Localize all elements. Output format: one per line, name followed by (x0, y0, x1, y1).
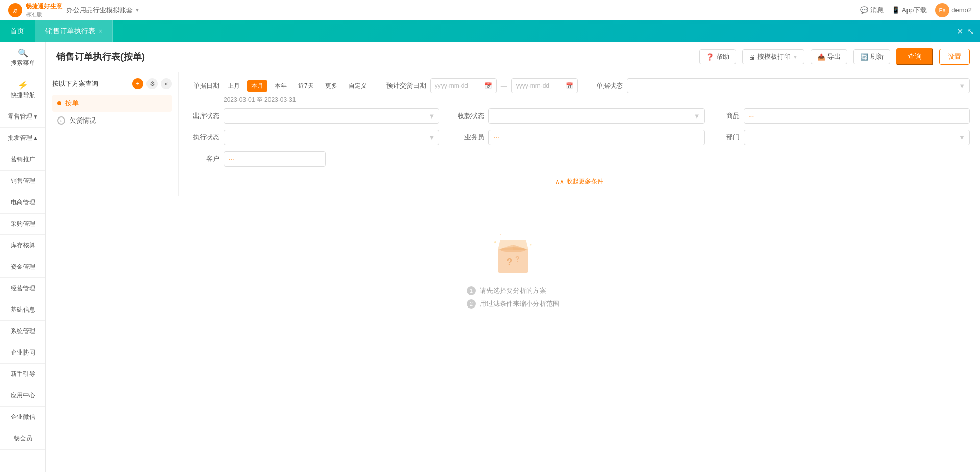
doc-status-select[interactable]: ▼ (627, 78, 970, 93)
tab-spacer (113, 20, 950, 42)
page-inner: 销售订单执行表(按单) ❓ 帮助 🖨 按模板打印 ▼ 📤 导出 (46, 42, 980, 472)
message-button[interactable]: 💬 消息 (860, 6, 884, 15)
date-separator: — (501, 82, 507, 90)
app-download-button[interactable]: 📱 App下载 (892, 6, 927, 15)
receipt-status-col: 收款状态 ▼ (454, 108, 704, 124)
date-tab-7days[interactable]: 近7天 (294, 80, 318, 92)
window-maximize-icon[interactable]: ⤡ (967, 27, 974, 36)
sidebar-item-apps[interactable]: 应用中心 (0, 385, 45, 407)
filter-row-4: 客户 ··· (189, 151, 970, 167)
dept-col: 部门 ▼ (719, 130, 970, 145)
breadcrumb[interactable]: 办公用品行业模拟账套 ▼ (66, 6, 140, 15)
delivery-status-select[interactable]: ▼ (224, 108, 439, 124)
tab-close-icon[interactable]: × (99, 28, 102, 35)
svg-point-11 (500, 234, 501, 235)
logo-area: 好 畅捷通好生意 标准版 (8, 2, 62, 18)
tip-num-2: 2 (467, 299, 476, 309)
exec-status-label: 执行状态 (189, 133, 219, 142)
collapse-up-icon: ∧∧ (555, 178, 565, 185)
avatar-image: Ea (935, 3, 949, 17)
retail-arrow-icon: ▼ (33, 114, 38, 120)
filter-area: 按以下方案查询 + ⚙ « 按单 ○ 欠货情况 (46, 72, 980, 196)
sidebar-item-system[interactable]: 系统管理 (0, 321, 45, 342)
svg-point-9 (494, 241, 496, 243)
sidebar-item-weixin[interactable]: 企业微信 (0, 407, 45, 428)
goods-select[interactable]: ··· (744, 108, 970, 124)
add-scheme-button[interactable]: + (132, 78, 143, 89)
expected-date-start[interactable]: yyyy-mm-dd 📅 (430, 78, 497, 93)
scheme-item-shortage[interactable]: ○ 欠货情况 (52, 112, 172, 129)
sidebar-item-finance[interactable]: 资金管理 (0, 256, 45, 278)
doc-status-arrow-icon: ▼ (959, 82, 965, 90)
expected-date-end[interactable]: yyyy-mm-dd 📅 (511, 78, 578, 93)
sidebar-item-operations[interactable]: 经营管理 (0, 278, 45, 299)
date-range-hint: 2023-03-01 至 2023-03-31 (189, 96, 970, 104)
sidebar-item-sales[interactable]: 销售管理 (0, 171, 45, 192)
user-avatar[interactable]: Ea demo2 (935, 3, 972, 17)
help-button[interactable]: ❓ 帮助 (699, 49, 736, 64)
sidebar-item-quicknav[interactable]: ⚡ 快捷导航 (0, 74, 45, 106)
delivery-status-arrow-icon: ▼ (428, 112, 435, 120)
svg-point-6 (500, 247, 526, 252)
sidebar-item-retail[interactable]: 零售管理 ▼ (0, 106, 45, 128)
scheme-settings-button[interactable]: ⚙ (146, 78, 158, 89)
scheme-item-by-order[interactable]: 按单 (52, 95, 172, 112)
empty-state: ? ? 1 请先选择要分析的方案 2 用过滤条件来缩 (46, 196, 980, 339)
collapse-panel-button[interactable]: « (161, 78, 172, 89)
wholesale-arrow-icon: ▲ (33, 135, 38, 141)
sidebar-item-newbie[interactable]: 新手引导 (0, 364, 45, 385)
svg-text:?: ? (515, 255, 520, 263)
exec-status-arrow-icon: ▼ (428, 134, 435, 141)
sidebar-item-inventory[interactable]: 库存核算 (0, 235, 45, 256)
sidebar-item-search[interactable]: 🔍 搜索菜单 (0, 42, 45, 74)
expected-delivery-label: 预计交货日期 (385, 81, 426, 90)
print-button[interactable]: 🖨 按模板打印 ▼ (742, 49, 804, 64)
receipt-status-label: 收款状态 (454, 111, 484, 121)
tip-text-2: 用过滤条件来缩小分析范围 (480, 299, 559, 309)
salesperson-select[interactable]: ··· (488, 130, 704, 145)
sidebar-item-enterprise[interactable]: 企业协同 (0, 342, 45, 364)
customer-select[interactable]: ··· (224, 151, 326, 167)
sidebar-item-basic-info[interactable]: 基础信息 (0, 299, 45, 321)
query-button[interactable]: 查询 (896, 48, 933, 65)
sidebar-item-ecommerce[interactable]: 电商管理 (0, 192, 45, 214)
top-header: 好 畅捷通好生意 标准版 办公用品行业模拟账套 ▼ 💬 消息 📱 App下载 E… (0, 0, 980, 20)
active-dot-icon (57, 101, 61, 105)
tab-sales-order[interactable]: 销售订单执行表 × (35, 20, 113, 42)
customer-more-icon[interactable]: ··· (228, 155, 234, 163)
sidebar-item-marketing[interactable]: 营销推广 (0, 149, 45, 171)
svg-text:好: 好 (13, 9, 18, 13)
receipt-status-select[interactable]: ▼ (488, 108, 704, 124)
sidebar-item-member[interactable]: 畅会员 (0, 428, 45, 450)
customer-col: 客户 ··· (189, 151, 326, 167)
calendar-start-icon: 📅 (484, 82, 492, 89)
export-button[interactable]: 📤 导出 (811, 49, 847, 64)
breadcrumb-arrow-icon: ▼ (135, 7, 140, 13)
tab-window-actions: ✕ ⤡ (950, 20, 980, 42)
refresh-button[interactable]: 🔄 刷新 (853, 49, 890, 64)
tab-sales-order-label: 销售订单执行表 (45, 27, 95, 36)
print-dropdown-icon: ▼ (793, 54, 798, 60)
date-tab-more[interactable]: 更多 (321, 80, 341, 92)
salesperson-more-icon[interactable]: ··· (493, 133, 499, 141)
dept-arrow-icon: ▼ (959, 134, 965, 141)
exec-status-col: 执行状态 ▼ (189, 130, 439, 145)
sidebar-item-purchase[interactable]: 采购管理 (0, 214, 45, 235)
date-tab-last-month[interactable]: 上月 (224, 80, 244, 92)
filter-row-2: 出库状态 ▼ 收款状态 ▼ (189, 108, 970, 124)
inactive-circle-icon: ○ (57, 116, 65, 125)
page-header: 销售订单执行表(按单) ❓ 帮助 🖨 按模板打印 ▼ 📤 导出 (46, 42, 980, 72)
window-close-icon[interactable]: ✕ (957, 27, 963, 36)
date-tab-custom[interactable]: 自定义 (345, 80, 371, 92)
exec-status-select[interactable]: ▼ (224, 130, 439, 145)
tab-home[interactable]: 首页 (0, 20, 35, 42)
collapse-more-button[interactable]: ∧∧ 收起更多条件 (189, 173, 970, 190)
dept-select[interactable]: ▼ (744, 130, 970, 145)
calendar-end-icon: 📅 (566, 82, 573, 89)
date-tab-current-month[interactable]: 本月 (247, 80, 267, 92)
settings-button[interactable]: 设置 (939, 49, 970, 65)
date-tab-current-year[interactable]: 本年 (271, 80, 291, 92)
sidebar-item-wholesale[interactable]: 批发管理 ▲ (0, 128, 45, 149)
goods-more-icon[interactable]: ··· (748, 112, 754, 120)
content-area: 销售订单执行表(按单) ❓ 帮助 🖨 按模板打印 ▼ 📤 导出 (46, 42, 980, 472)
